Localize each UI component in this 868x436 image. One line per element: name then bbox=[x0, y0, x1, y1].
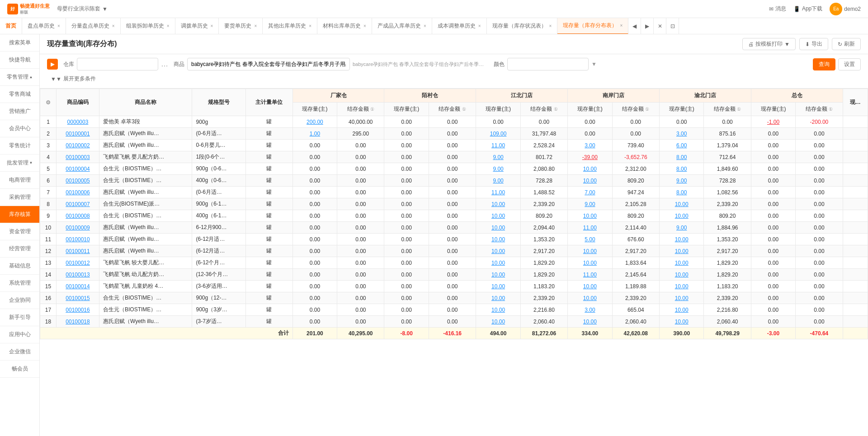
cell-mc-qty[interactable]: 0.00 bbox=[384, 187, 429, 198]
cell-code[interactable]: 00100006 bbox=[57, 187, 99, 198]
cell-code[interactable]: 00100010 bbox=[57, 234, 99, 245]
sidebar-item-vip-member[interactable]: 畅会员 bbox=[0, 361, 39, 378]
cell-code[interactable]: 00100009 bbox=[57, 222, 99, 234]
cell-yb-qty[interactable]: 10.00 bbox=[659, 269, 703, 281]
cell-cj-qty[interactable]: 0.00 bbox=[292, 304, 337, 316]
cell-cj-qty[interactable]: 0.00 bbox=[292, 234, 337, 245]
th-settings[interactable]: ⚙ bbox=[40, 89, 57, 116]
export-btn[interactable]: ⬇ 导出 bbox=[799, 38, 828, 50]
cell-jb-qty[interactable]: 10.00 bbox=[476, 281, 520, 292]
cell-yb-qty[interactable]: 10.00 bbox=[659, 245, 703, 257]
sidebar-item-guide[interactable]: 新手引导 bbox=[0, 309, 39, 326]
tab-close-inventory-count[interactable]: × bbox=[57, 23, 60, 28]
sidebar-item-corp-wechat[interactable]: 企业微信 bbox=[0, 343, 39, 361]
cell-jb-qty[interactable]: 10.00 bbox=[476, 210, 520, 222]
cell-mc-qty[interactable]: 0.00 bbox=[384, 257, 429, 269]
tab-material-out[interactable]: 材料出库单历史 × bbox=[317, 18, 372, 34]
cell-total-qty[interactable]: 0.00 bbox=[751, 304, 795, 316]
tab-requisition[interactable]: 要货单历史 × bbox=[219, 18, 263, 34]
cell-yb-qty[interactable]: 6.00 bbox=[659, 140, 703, 151]
tab-stock-dist[interactable]: 现存量（库存分布表） × bbox=[557, 18, 628, 34]
cell-mc-qty[interactable]: 0.00 bbox=[384, 245, 429, 257]
cell-jb-qty[interactable]: 10.00 bbox=[476, 257, 520, 269]
tab-sub-inventory-count[interactable]: 分量盘点单历史 × bbox=[66, 18, 121, 34]
cell-na-qty[interactable]: 10.00 bbox=[568, 281, 612, 292]
cell-jb-qty[interactable]: 10.00 bbox=[476, 198, 520, 210]
cell-cj-qty[interactable]: 0.00 bbox=[292, 316, 337, 328]
cell-jb-qty[interactable]: 11.00 bbox=[476, 187, 520, 198]
cell-yb-qty[interactable]: 10.00 bbox=[659, 234, 703, 245]
cell-jb-qty[interactable]: 10.00 bbox=[476, 269, 520, 281]
cell-jb-qty[interactable]: 10.00 bbox=[476, 245, 520, 257]
cell-cj-qty[interactable]: 0.00 bbox=[292, 257, 337, 269]
tab-nav-next[interactable]: ▶ bbox=[641, 18, 654, 34]
cell-total-qty[interactable]: 0.00 bbox=[751, 234, 795, 245]
sidebar-item-basic[interactable]: 基础信息 bbox=[0, 258, 39, 275]
sidebar-item-retail-mgmt[interactable]: 零售管理 ▲ bbox=[0, 69, 39, 86]
tab-close-transfer[interactable]: × bbox=[211, 23, 213, 28]
cell-total-qty[interactable]: 0.00 bbox=[751, 269, 795, 281]
sidebar-item-marketing[interactable]: 营销推广 bbox=[0, 103, 39, 120]
warehouse-input[interactable] bbox=[77, 58, 158, 70]
cell-yb-qty[interactable]: 9.00 bbox=[659, 175, 703, 187]
tab-cost-adjust[interactable]: 成本调整单历史 × bbox=[432, 18, 487, 34]
product-input[interactable] bbox=[187, 58, 350, 70]
cell-na-qty[interactable]: 11.00 bbox=[568, 222, 612, 234]
filter-toggle-btn[interactable]: ▶ bbox=[47, 59, 58, 70]
cell-mc-qty[interactable]: 0.00 bbox=[384, 163, 429, 175]
cell-cj-qty[interactable]: 0.00 bbox=[292, 198, 337, 210]
cell-na-qty[interactable]: 3.00 bbox=[568, 304, 612, 316]
cell-yb-qty[interactable]: 10.00 bbox=[659, 198, 703, 210]
cell-cj-qty[interactable]: 200.00 bbox=[292, 116, 337, 128]
cell-code[interactable]: 00100001 bbox=[57, 128, 99, 140]
query-btn[interactable]: 查询 bbox=[813, 58, 835, 70]
cell-mc-qty[interactable]: 0.00 bbox=[384, 198, 429, 210]
cell-yb-qty[interactable]: 10.00 bbox=[659, 257, 703, 269]
cell-total-qty[interactable]: 0.00 bbox=[751, 257, 795, 269]
tab-home[interactable]: 首页 bbox=[0, 18, 22, 34]
sidebar-item-inventory[interactable]: 库存核算 bbox=[0, 206, 39, 223]
sidebar-item-purchase[interactable]: 采购管理 bbox=[0, 189, 39, 206]
cell-total-qty[interactable]: 0.00 bbox=[751, 210, 795, 222]
cell-mc-qty[interactable]: 0.00 bbox=[384, 151, 429, 163]
cell-na-qty[interactable]: 10.00 bbox=[568, 245, 612, 257]
sidebar-item-retail-store[interactable]: 零售商城 bbox=[0, 86, 39, 103]
cell-yb-qty[interactable]: 0.00 bbox=[659, 116, 703, 128]
sidebar-item-wholesale[interactable]: 批发管理 ▼ bbox=[0, 155, 39, 172]
tab-product-in[interactable]: 产成品入库单历史 × bbox=[372, 18, 432, 34]
cell-jb-qty[interactable]: 10.00 bbox=[476, 222, 520, 234]
cell-mc-qty[interactable]: 0.00 bbox=[384, 175, 429, 187]
tab-other-out[interactable]: 其他出库单历史 × bbox=[263, 18, 317, 34]
cell-na-qty[interactable]: 5.00 bbox=[568, 234, 612, 245]
cell-code[interactable]: 00100003 bbox=[57, 151, 99, 163]
tab-inventory-count[interactable]: 盘点单历史 × bbox=[22, 18, 66, 34]
cell-total-qty[interactable]: -1.00 bbox=[751, 116, 795, 128]
tab-close-assembly[interactable]: × bbox=[167, 23, 170, 28]
cell-cj-qty[interactable]: 0.00 bbox=[292, 281, 337, 292]
cell-cj-qty[interactable]: 0.00 bbox=[292, 222, 337, 234]
cell-code[interactable]: 00100014 bbox=[57, 281, 99, 292]
cell-code[interactable]: 00100004 bbox=[57, 163, 99, 175]
cell-cj-qty[interactable]: 0.00 bbox=[292, 151, 337, 163]
cell-na-qty[interactable]: 10.00 bbox=[568, 210, 612, 222]
cell-yb-qty[interactable]: 8.00 bbox=[659, 151, 703, 163]
cell-mc-qty[interactable]: 0.00 bbox=[384, 292, 429, 304]
sidebar-item-search[interactable]: 搜索英单 bbox=[0, 34, 39, 52]
cell-na-qty[interactable]: 10.00 bbox=[568, 175, 612, 187]
cell-mc-qty[interactable]: 0.00 bbox=[384, 269, 429, 281]
cell-yb-qty[interactable]: 8.00 bbox=[659, 187, 703, 198]
sidebar-item-ecom[interactable]: 电商管理 bbox=[0, 172, 39, 189]
sidebar-item-collab[interactable]: 企业协同 bbox=[0, 292, 39, 309]
cell-code[interactable]: 00100011 bbox=[57, 245, 99, 257]
cell-total-qty[interactable]: 0.00 bbox=[751, 140, 795, 151]
cell-yb-qty[interactable]: 3.00 bbox=[659, 128, 703, 140]
cell-na-qty[interactable]: 10.00 bbox=[568, 257, 612, 269]
cell-cj-qty[interactable]: 0.00 bbox=[292, 187, 337, 198]
cell-cj-qty[interactable]: 0.00 bbox=[292, 292, 337, 304]
cell-na-qty[interactable]: 7.00 bbox=[568, 187, 612, 198]
cell-cj-qty[interactable]: 0.00 bbox=[292, 245, 337, 257]
cell-code[interactable]: 00100015 bbox=[57, 292, 99, 304]
cell-jb-qty[interactable]: 10.00 bbox=[476, 304, 520, 316]
cell-jb-qty[interactable]: 11.00 bbox=[476, 140, 520, 151]
cell-code[interactable]: 00100018 bbox=[57, 316, 99, 328]
